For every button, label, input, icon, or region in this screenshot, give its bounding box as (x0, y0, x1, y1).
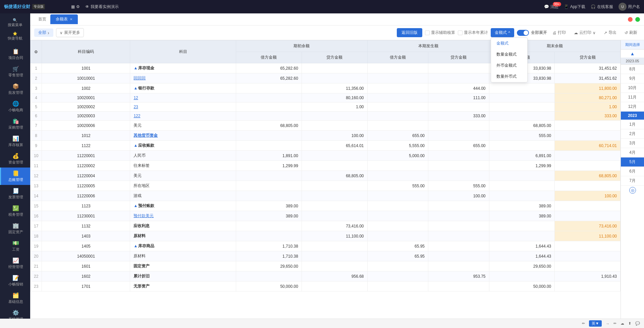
sidebar-search[interactable]: 🔍 搜索菜单 (8, 16, 22, 29)
period-month-10[interactable]: 10月 (621, 83, 644, 93)
row-name[interactable]: 12 (130, 93, 236, 103)
sidebar-item-tax[interactable]: 💹 税务管理 (0, 202, 30, 220)
messages-btn[interactable]: 💬 消息 99+ (544, 4, 558, 10)
row-name[interactable]: 预付款美元 (130, 211, 236, 221)
show-auxiliary-checkbox[interactable]: 显示辅助核算 (425, 30, 455, 36)
show-ytd-checkbox[interactable]: 显示本年累计 (458, 30, 488, 36)
sidebar-item-ecommerce[interactable]: 🌐 小畅电商 (0, 98, 30, 115)
window-maximize-btn[interactable] (635, 17, 640, 22)
table-row: 1111220002往来标签1,299.991,299.99 (31, 161, 621, 171)
display-mode-amount[interactable]: 金额式 (491, 38, 527, 49)
show-ytd-check (458, 30, 463, 35)
period-month-12[interactable]: 12月 (621, 102, 644, 112)
breadcrumb-all-btn[interactable]: 全部 › (34, 28, 53, 37)
opening-debit-header: 借方金额 (236, 52, 302, 63)
row-name[interactable]: 23 (130, 103, 236, 112)
sidebar-item-inventory[interactable]: 📊 库存核算 (0, 133, 30, 150)
expand-more-btn[interactable]: ∨ 展开更多 (56, 28, 84, 37)
tab-home-label: 首页 (38, 17, 46, 21)
export-btn[interactable]: ↗ 导出 (601, 28, 619, 37)
display-mode-qty-foreign[interactable]: 数量外币式 (491, 71, 527, 82)
sidebar-item-basic[interactable]: 🗂️ 基础信息 (0, 289, 30, 307)
row-period-debit (367, 171, 428, 181)
sidebar-item-fixed-assets[interactable]: 🏢 固定资产 (0, 220, 30, 237)
period-month-4[interactable]: 4月 (621, 148, 644, 157)
row-code: 1601 (42, 261, 130, 271)
print-btn[interactable]: 🖨 打印 (550, 28, 569, 37)
row-num: 10 (31, 151, 42, 161)
row-close-debit: 1,299.99 (489, 161, 555, 171)
window-close-btn[interactable] (628, 17, 633, 22)
row-period-debit (367, 281, 428, 291)
sidebar-item-system[interactable]: ⚙️ 系统管理 (0, 307, 30, 319)
period-year-2023-label[interactable]: 2023 (621, 112, 644, 120)
row-open-debit (236, 181, 302, 191)
sidebar-item-retail[interactable]: 🛒 零售管理 (0, 63, 30, 80)
sidebar-item-salary[interactable]: 💵 工资 (0, 237, 30, 255)
system-icon: ⚙️ (12, 310, 19, 316)
row-name: 固定资产 (130, 261, 236, 271)
tab-home[interactable]: 首页 (34, 14, 50, 24)
row-name[interactable]: 回回回 (130, 73, 236, 83)
row-period-debit (367, 261, 428, 271)
sidebar-item-operation[interactable]: 📈 经营管理 (0, 255, 30, 272)
online-service-btn[interactable]: 🎧 在线客服 (591, 4, 613, 10)
status-icon-5: 💬 (635, 321, 640, 326)
tab-balance[interactable]: 余额表 ✕ (50, 14, 78, 24)
tab-close-icon[interactable]: ✕ (70, 17, 72, 21)
sidebar-item-invoice[interactable]: 🧾 发票管理 (0, 185, 30, 202)
nav-dropdown[interactable]: ▦ ⚙ (71, 4, 80, 9)
period-month-7[interactable]: 7月 (621, 176, 644, 186)
sidebar-item-project[interactable]: 📋 项目合同 (0, 46, 30, 63)
row-name[interactable]: 其他货币资金 (130, 131, 236, 141)
period-month-1[interactable]: 1月 (621, 120, 644, 129)
refresh-btn[interactable]: ↺ 刷新 (622, 28, 640, 37)
demo-link[interactable]: 👁 我要看实例演示 (85, 4, 119, 10)
sidebar-item-ledger[interactable]: 📒 总账管理 (0, 168, 30, 185)
row-period-debit (367, 211, 428, 221)
return-old-btn[interactable]: 返回旧版 (397, 28, 422, 37)
user-profile[interactable]: U 用户名 (619, 3, 640, 11)
period-month-11[interactable]: 11月 (621, 93, 644, 102)
row-open-credit (302, 112, 367, 121)
row-period-credit: 111.00 (428, 93, 489, 103)
period-month-6[interactable]: 6月 (621, 167, 644, 176)
sidebar-item-xc-report[interactable]: 📝 小畅报销 (0, 272, 30, 289)
sidebar-item-wholesale[interactable]: 📦 批发管理 (0, 80, 30, 98)
table-row: 181403原材料11,100.0011,100.00 (31, 231, 621, 241)
table-row: 210010001回回回65,282.6033,830.9831,451.62 (31, 73, 621, 83)
period-up-btn[interactable]: ▲ (630, 51, 635, 56)
sidebar-item-label: 库存核算 (8, 142, 23, 147)
breadcrumb-arrow-icon: › (48, 30, 49, 36)
lang-btn[interactable]: 英▼ (589, 320, 602, 327)
closing-credit-header: 贷方金额 (555, 52, 621, 63)
row-period-debit: 655.00 (367, 131, 428, 141)
sidebar-quick-nav[interactable]: ⭐ 快捷导航 (8, 29, 22, 43)
sidebar-item-capital[interactable]: 💰 资金管理 (0, 150, 30, 168)
sidebar-item-purchase[interactable]: 🛍️ 采购管理 (0, 115, 30, 133)
settings-column-header[interactable]: ⚙ (31, 41, 42, 63)
period-month-2[interactable]: 2月 (621, 129, 644, 139)
period-month-5[interactable]: 5月 (621, 157, 644, 167)
expand-all-toggle[interactable]: 全部展开 (517, 30, 547, 36)
row-name: 人民币 (130, 151, 236, 161)
toggle-switch[interactable] (517, 30, 529, 36)
row-open-debit (236, 112, 302, 121)
period-month-9[interactable]: 9月 (621, 74, 644, 83)
table-row: 710020006美元68,805.0068,805.00 (31, 121, 621, 131)
sidebar-item-label: 固定资产 (8, 229, 23, 235)
top-bar-center: ▦ ⚙ 👁 我要看实例演示 (71, 4, 544, 10)
period-month-3[interactable]: 3月 (621, 139, 644, 148)
row-name[interactable]: 122 (130, 112, 236, 121)
retail-icon: 🛒 (12, 66, 19, 72)
expand-all-label: 全部展开 (531, 30, 547, 36)
row-close-debit (489, 171, 555, 181)
period-month-8[interactable]: 8月 (621, 65, 644, 74)
display-mode-dropdown[interactable]: 金额式 ^ 金额式 数量金额式 外币金额式 数量外币式 (491, 28, 514, 37)
display-mode-qty-amount[interactable]: 数量金额式 (491, 49, 527, 60)
period-collapse-btn[interactable]: ◎ (629, 187, 636, 194)
cloud-print-btn[interactable]: ☁ 云打印 ∨ (571, 28, 598, 37)
row-period-credit (428, 261, 489, 271)
display-mode-foreign[interactable]: 外币金额式 (491, 60, 527, 71)
app-download-btn[interactable]: 📱 App下载 (564, 4, 585, 10)
